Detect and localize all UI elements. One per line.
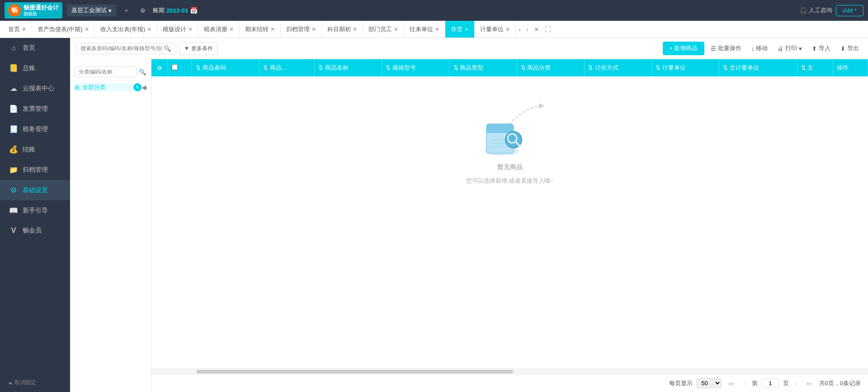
col-spec[interactable]: ⇅ 规格型号 — [382, 59, 449, 76]
main-search-button[interactable]: 🔍 — [164, 45, 171, 52]
more-filter-button[interactable]: ▼ 更多条件 — [179, 42, 218, 55]
company-name: 基层工会测试 — [71, 6, 107, 14]
sidebar-label: 新手引导 — [23, 207, 48, 215]
tab-label: 资产负债表(中期) — [38, 25, 83, 33]
main-search-input[interactable] — [80, 45, 162, 52]
table-container: ⚙ ⇅ 商品条码 ⇅ 商品... ⇅ 商品名称 — [151, 59, 868, 392]
first-page-button[interactable]: ⏮ — [725, 378, 737, 388]
sidebar-item-invoice[interactable]: 📄 发票管理 — [0, 99, 70, 119]
sidebar-item-close-account[interactable]: 💰 结账 — [0, 139, 70, 160]
human-service[interactable]: 🎧 人工咨询 — [800, 6, 832, 14]
tab-close-icon[interactable]: ✕ — [394, 26, 398, 33]
sidebar-item-cloud[interactable]: ☁ 云报表中心 — [0, 78, 70, 99]
tab-close-icon[interactable]: ✕ — [311, 26, 316, 33]
col-price-method[interactable]: ⇅ 计价方式 — [584, 59, 651, 76]
tab-tax[interactable]: 税表清册 ✕ — [198, 21, 240, 38]
tab-unit[interactable]: 计量单位 ✕ — [475, 21, 516, 38]
sidebar-item-tax[interactable]: 🧾 税务管理 — [0, 119, 70, 139]
doc-svg — [483, 117, 528, 158]
page-number-input[interactable] — [761, 378, 779, 388]
tab-nav-next[interactable]: › — [524, 24, 531, 35]
tab-close-icon[interactable]: ✕ — [22, 26, 26, 33]
scroll-thumb[interactable] — [197, 370, 513, 373]
col-barcode[interactable]: ⇅ 商品条码 — [192, 59, 259, 76]
tab-income[interactable]: 收入支出表(年报) ✕ — [95, 21, 158, 38]
col-category[interactable]: ⇅ 商品分类 — [517, 59, 584, 76]
col-checkbox[interactable] — [168, 59, 192, 76]
col-actions: 操作 — [833, 59, 868, 76]
all-category-item[interactable]: ⊞ 全部分类 — [75, 83, 133, 91]
tab-dept[interactable]: 部门员工 ✕ — [363, 21, 404, 38]
tab-close-icon[interactable]: ✕ — [353, 26, 357, 33]
col-type[interactable]: ⇅ 商品类型 — [449, 59, 517, 76]
prev-page-button[interactable]: ‹ — [741, 378, 748, 388]
tab-close-icon[interactable]: ✕ — [270, 26, 275, 33]
period-value: 2023-03 — [166, 7, 188, 14]
col-unit[interactable]: ⇅ 计量单位 — [652, 59, 719, 76]
tab-subject[interactable]: 科目期初 ✕ — [322, 21, 363, 38]
col-name[interactable]: ⇅ 商品名称 — [315, 59, 382, 76]
empty-sub-text: 您可以选择新增,或者直接导入哦~ — [466, 177, 553, 185]
sidebar-item-member[interactable]: V 畅会员 — [0, 221, 70, 241]
sidebar-item-guide[interactable]: 📖 新手引导 — [0, 200, 70, 221]
pagination-bar: 每页显示 20 50 100 200 ⏮ ‹ 第 页 › ⏭ 共0页，0条记录 — [151, 374, 868, 392]
sidebar-item-home[interactable]: ⌂ 首页 — [0, 38, 70, 58]
category-search-input[interactable] — [75, 66, 137, 77]
tab-nav-prev[interactable]: ‹ — [516, 24, 524, 35]
tab-close-icon[interactable]: ✕ — [188, 26, 193, 33]
tab-inventory[interactable]: 存货 ✕ — [445, 21, 475, 38]
tab-close-icon[interactable]: ✕ — [505, 26, 510, 33]
select-all-checkbox[interactable] — [172, 64, 178, 70]
tab-close-icon[interactable]: ✕ — [147, 26, 151, 33]
horizontal-scrollbar[interactable] — [151, 368, 868, 374]
per-page-select[interactable]: 20 50 100 200 — [696, 378, 722, 388]
add-tab-button[interactable]: ＋ — [120, 5, 133, 16]
filter-icon: ▼ — [184, 45, 189, 52]
sidebar-item-ledger[interactable]: 📒 总账 — [0, 58, 70, 78]
sidebar-label: 结账 — [23, 146, 35, 154]
account-button[interactable]: iAM * — [836, 5, 863, 16]
col-code[interactable]: ⇅ 商品... — [259, 59, 315, 76]
tab-close-all[interactable]: ✕ — [531, 24, 542, 35]
tab-close-icon[interactable]: ✕ — [85, 26, 89, 33]
tab-period-end[interactable]: 期末结转 ✕ — [240, 21, 281, 38]
tab-balance[interactable]: 资产负债表(中期) ✕ — [32, 21, 95, 38]
category-search-button[interactable]: 🔍 — [139, 69, 146, 76]
tab-partners[interactable]: 往来单位 ✕ — [404, 21, 445, 38]
tab-template[interactable]: 模版设计 ✕ — [157, 21, 198, 38]
logo-main: 畅捷通好会计 — [24, 4, 59, 11]
col-name-label: ⇅ 商品名称 — [318, 64, 349, 71]
logo-sub: 旗舰版 — [24, 11, 59, 17]
col-settings[interactable]: ⚙ — [151, 59, 168, 76]
move-button[interactable]: ↕ 移动 — [748, 43, 772, 54]
batch-operation-button[interactable]: ☰ 批量操作 — [707, 43, 745, 54]
category-search: 🔍 — [70, 64, 151, 80]
sidebar-label: 总账 — [23, 64, 35, 72]
tab-home[interactable]: 首页 ✕ — [3, 21, 32, 38]
add-product-button[interactable]: + 新增商品 — [663, 42, 704, 55]
col-main[interactable]: ⇅ 主 — [797, 59, 833, 76]
collapse-panel-button[interactable]: ◀ — [142, 84, 146, 91]
company-selector[interactable]: 基层工会测试 ▾ — [67, 5, 116, 16]
edit-category-button[interactable]: ✎ — [133, 83, 142, 91]
tab-close-icon[interactable]: ✕ — [464, 26, 469, 33]
tab-close-icon[interactable]: ✕ — [229, 26, 234, 33]
logo-area[interactable]: 畅 畅捷通好会计 旗舰版 — [5, 2, 62, 19]
next-page-button[interactable]: › — [793, 378, 800, 388]
tab-expand[interactable]: ⛶ — [542, 24, 554, 35]
page-label: 第 — [752, 379, 758, 387]
tab-label: 首页 — [8, 25, 20, 33]
export-button[interactable]: ⬇ 导出 — [837, 43, 863, 54]
import-button[interactable]: ⬆ 导入 — [808, 43, 834, 54]
sidebar-item-settings[interactable]: ⚙ 基础设置 — [0, 180, 70, 200]
tab-close-icon[interactable]: ✕ — [435, 26, 439, 33]
move-icon: ↕ — [751, 45, 755, 52]
last-page-button[interactable]: ⏭ — [804, 378, 816, 388]
col-main-unit[interactable]: ⇅ 主计量单位 — [719, 59, 797, 76]
calendar-icon[interactable]: 📅 — [190, 7, 198, 14]
print-button[interactable]: 🖨 打印 ▾ — [774, 43, 806, 54]
sidebar-cancel-fixed[interactable]: ◄ 取消固定 — [0, 373, 70, 392]
tab-archive[interactable]: 归档管理 ✕ — [281, 21, 322, 38]
sidebar-item-archive[interactable]: 📁 归档管理 — [0, 160, 70, 180]
settings-button[interactable]: ⚙ — [137, 5, 149, 16]
